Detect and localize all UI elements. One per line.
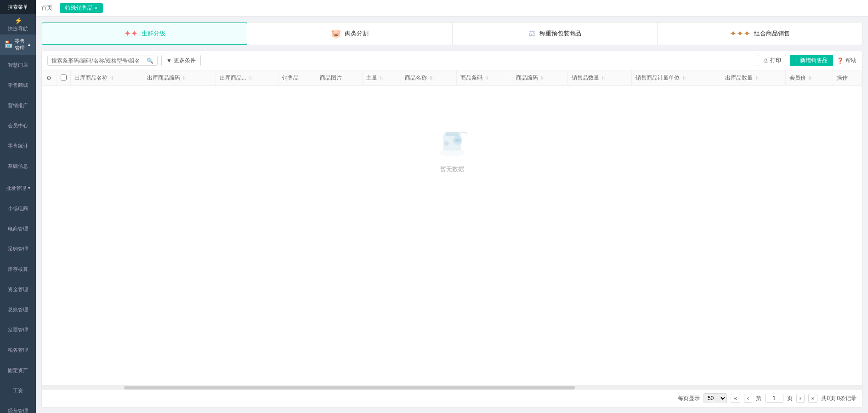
close-tab-button[interactable]: × (95, 6, 97, 11)
sidebar-item-sales-promo[interactable]: 营销推广 (0, 95, 36, 115)
th-weight[interactable]: 主量 ⇅ (362, 70, 401, 86)
general-ledger-label: 总账管理 (8, 306, 28, 313)
sidebar-item-retail-stats[interactable]: 零售统计 (0, 136, 36, 156)
sidebar-item-finance-mgmt[interactable]: 资金管理 (0, 279, 36, 299)
sidebar-item-salary[interactable]: 工资 (0, 380, 36, 401)
sidebar-item-general-ledger[interactable]: 总账管理 (0, 299, 36, 320)
content-area: ✦✦ 生鲜分级 🐷 肉类分割 ⚖ 称重预包装商品 ✦✦✦ 组合商品销售 (36, 17, 868, 413)
pagination: 每页显示 50 20 100 « ‹ 第 页 › » 共0页 0条记录 (42, 389, 862, 407)
th-out-product-name[interactable]: 出库商品名称 ⇅ (70, 70, 143, 86)
sidebar-item-retail-mall[interactable]: 零售商城 (0, 75, 36, 95)
empty-illustration (434, 123, 471, 160)
sidebar-item-business-mgmt[interactable]: 经营管理 (0, 401, 36, 413)
per-page-select[interactable]: 50 20 100 (703, 393, 727, 403)
sidebar-item-label: 零售管理 (12, 38, 27, 52)
sidebar-logo[interactable]: 搜索菜单 (0, 0, 36, 14)
th-sale-product[interactable]: 销售品 (278, 70, 316, 86)
retail-mgmt-icon: 🏪 (5, 40, 12, 48)
sort-arrows: ⇅ (808, 75, 812, 80)
stock-check-label: 库存核算 (8, 266, 28, 273)
last-page-button[interactable]: » (808, 394, 818, 403)
th-checkbox[interactable] (57, 70, 70, 86)
help-label: 帮助 (845, 57, 857, 64)
sidebar-item-smart-store[interactable]: 智慧门店 (0, 55, 36, 75)
sidebar-item-fixed-assets[interactable]: 固定资产 (0, 360, 36, 380)
salary-label: 工资 (13, 387, 23, 394)
sidebar-item-ecommerce-mgmt[interactable]: 电商管理 (0, 218, 36, 239)
first-page-button[interactable]: « (731, 394, 740, 403)
purchase-mgmt-label: 采购管理 (8, 246, 28, 252)
scroll-thumb[interactable] (124, 386, 575, 390)
next-page-button[interactable]: › (796, 394, 805, 403)
sidebar-item-purchase-mgmt[interactable]: 采购管理 (0, 239, 36, 259)
filter-label: 更多条件 (174, 57, 196, 64)
tab-fresh-grade[interactable]: ✦✦ 生鲜分级 (41, 22, 248, 45)
ecommerce-mgmt-label: 电商管理 (8, 225, 28, 232)
sidebar-item-retail-mgmt[interactable]: 🏪 零售管理 ▲ (0, 34, 36, 55)
smart-store-label: 智慧门店 (8, 62, 28, 69)
fixed-assets-label: 固定资产 (8, 367, 28, 374)
th-product-image[interactable]: 商品图片 (316, 70, 362, 86)
print-icon: 🖨 (763, 57, 768, 64)
sidebar-item-tax-mgmt[interactable]: 税务管理 (0, 340, 36, 360)
tab-label: 称重预包装商品 (539, 29, 581, 38)
current-tab-label: 特殊销售品 (65, 4, 93, 12)
tab-scale-pack[interactable]: ⚖ 称重预包装商品 (453, 23, 658, 45)
fresh-grade-icon: ✦✦ (124, 29, 138, 39)
quick-nav-icon: ⚡ (14, 17, 22, 24)
th-sale-qty[interactable]: 销售品数量 ⇅ (567, 70, 632, 86)
sidebar-item-invoice-mgmt[interactable]: 发票管理 (0, 320, 36, 340)
tab-meat-cut[interactable]: 🐷 肉类分割 (247, 23, 452, 45)
data-table: ⚙ 出库商品名称 ⇅ 出库商品编码 ⇅ (42, 70, 862, 86)
print-button[interactable]: 🖨 打印 (758, 55, 786, 66)
retail-mall-label: 零售商城 (8, 82, 28, 89)
th-operation: 操作 (833, 70, 862, 86)
toolbar: 🔍 ▼ 更多条件 🖨 打印 + 新增销售品 ❓ 帮助 (42, 51, 862, 70)
page-label-suffix: 页 (787, 395, 793, 402)
help-icon: ❓ (837, 57, 844, 64)
arrow-icon: ▼ (27, 186, 31, 190)
breadcrumb-current-tab[interactable]: 特殊销售品 × (60, 3, 103, 13)
th-barcode[interactable]: 商品条码 ⇅ (456, 70, 512, 86)
page-number-input[interactable] (765, 394, 783, 403)
toolbar-right: 🖨 打印 + 新增销售品 ❓ 帮助 (758, 55, 857, 66)
scale-pack-icon: ⚖ (528, 29, 536, 39)
table-container: ⚙ 出库商品名称 ⇅ 出库商品编码 ⇅ (42, 70, 862, 385)
sidebar-item-quick-nav[interactable]: ⚡ 快捷导航 (0, 14, 36, 34)
retail-stats-label: 零售统计 (8, 143, 28, 149)
tab-combo-sales[interactable]: ✦✦✦ 组合商品销售 (658, 23, 862, 45)
sidebar-item-member-center[interactable]: 会员中心 (0, 115, 36, 136)
sort-arrows: ⇅ (182, 75, 186, 80)
sidebar-item-basic-info[interactable]: 基础信息 (0, 156, 36, 176)
sidebar-item-label: 快捷导航 (8, 25, 28, 32)
th-out-qty[interactable]: 出库品数量 ⇅ (721, 70, 786, 86)
print-label: 打印 (770, 57, 781, 64)
member-center-label: 会员中心 (8, 122, 28, 129)
th-member-price[interactable]: 会员价 ⇅ (786, 70, 833, 86)
small-shop-label: 小畅电商 (8, 205, 28, 212)
breadcrumb-home[interactable]: 首页 (41, 4, 52, 12)
sort-arrows: ⇅ (755, 75, 759, 80)
horizontal-scrollbar[interactable] (42, 385, 862, 389)
topbar: 首页 特殊销售品 × (36, 0, 868, 17)
th-out-product-code[interactable]: 出库商品编码 ⇅ (143, 70, 216, 86)
select-all-checkbox[interactable] (61, 75, 67, 80)
help-button[interactable]: ❓ 帮助 (837, 57, 857, 64)
th-sale-unit[interactable]: 销售商品计量单位 ⇅ (632, 70, 721, 86)
search-box[interactable]: 🔍 (47, 56, 158, 66)
th-product-name[interactable]: 商品名称 ⇅ (401, 70, 456, 86)
th-settings[interactable]: ⚙ (42, 70, 57, 86)
wholesale-mgmt-label: 批发管理 (5, 185, 27, 192)
filter-button[interactable]: ▼ 更多条件 (161, 55, 201, 66)
th-out-product-detail[interactable]: 出库商品... ⇅ (216, 70, 278, 86)
arrow-icon: ▲ (27, 42, 31, 47)
sidebar-item-wholesale-mgmt[interactable]: 批发管理 ▼ (0, 178, 36, 198)
th-product-code[interactable]: 商品编码 ⇅ (512, 70, 567, 86)
search-input[interactable] (51, 57, 147, 64)
prev-page-button[interactable]: ‹ (744, 394, 752, 403)
search-icon[interactable]: 🔍 (147, 57, 153, 64)
filter-icon: ▼ (166, 57, 172, 64)
sidebar-item-small-shop[interactable]: 小畅电商 (0, 198, 36, 218)
sidebar-item-stock-check[interactable]: 库存核算 (0, 259, 36, 279)
add-button[interactable]: + 新增销售品 (790, 55, 833, 66)
